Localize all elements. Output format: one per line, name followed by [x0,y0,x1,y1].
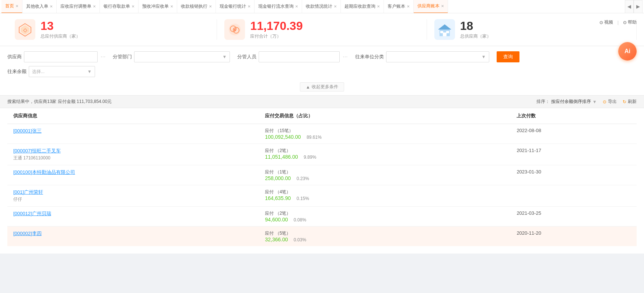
nav-tab-prepay-close[interactable]: ✕ [170,4,173,8]
nav-right-arrow[interactable]: ▶ [634,0,643,13]
summary-item-suppliers: ◇ 13 总应付供应商（家） [7,19,217,40]
nav-tab-other-income-close[interactable]: ✕ [50,4,53,8]
nav-tab-adjust-close[interactable]: ✕ [93,4,96,8]
table-row: [000001]张三 应付 （15笔） 100,092,540.00 89.61… [7,124,637,144]
amount-value[interactable]: 258,000.00 [265,175,291,181]
nav-tab-verify[interactable]: 收款核销执行 ✕ [177,0,216,13]
ai-button[interactable]: Ai [618,42,637,61]
amount-info: 11,170.39 应付合计（万） [250,20,302,39]
amount-value[interactable]: 32,366.00 [265,237,288,242]
refresh-icon: ↻ [623,99,626,104]
query-button[interactable]: 查询 [497,51,519,62]
supplier-dots[interactable]: ··· [101,54,105,60]
nav-tab-verify-label: 收款核销执行 [181,3,207,10]
amount-value[interactable]: 100,092,540.00 [265,134,301,140]
all-suppliers-info: 18 总供应商（家） [460,20,491,39]
total-all-suppliers-number: 18 [460,20,491,32]
total-suppliers-label: 总应付供应商（家） [41,33,80,39]
dept-select[interactable]: ▼ [134,51,230,62]
nav-tab-customer-book-close[interactable]: ✕ [407,4,410,8]
category-select[interactable]: ▼ [386,51,489,62]
nav-tab-home-label: 首页 [5,3,14,9]
tx-pct: 0.15% [292,196,309,201]
table-row: [000012]广州贝瑞 应付 （2笔） 94,600.00 0.08% 202… [7,207,637,227]
person-dots[interactable]: ··· [343,54,347,60]
nav-tab-overdue-label: 超期应收款查询 [344,3,375,10]
help-link[interactable]: ⊙ 帮助 [623,19,637,25]
supplier-link[interactable]: [000002]李四 [13,231,42,236]
nav-tab-cash-stat-close[interactable]: ✕ [248,4,251,8]
tx-count: （15笔） [275,128,293,133]
tx-label: 应付 [265,169,274,175]
tx-pct: 9.89% [299,155,316,160]
last-pay-date: 2023-01-30 [517,169,541,175]
amount-value[interactable]: 11,051,486.00 [265,154,298,160]
filter-supplier: 供应商 ··· [7,51,105,62]
nav-tab-bank[interactable]: 银行存取款单 ✕ [100,0,139,13]
last-pay-cell: 2023-01-30 [511,165,637,185]
tx-count: （2笔） [275,211,291,216]
export-button[interactable]: ⊙ 导出 [603,99,617,105]
nav-tab-cash-query-label: 现金银行流水查询 [258,3,294,10]
supplier-link[interactable]: [000100]本特勤油品有限公司 [13,169,75,175]
nav-tab-recv-stat[interactable]: 收款情况统计 ✕ [302,0,341,13]
nav-tab-overdue-close[interactable]: ✕ [377,4,380,8]
balance-select[interactable]: 选择... ▼ [29,66,95,77]
video-link[interactable]: ⊙ 视频 [599,19,613,25]
last-pay-cell: 2020-11-20 [511,227,637,247]
tx-count: （2笔） [275,148,291,153]
nav-tab-adjust-label: 应收应付调整单 [60,3,91,10]
amount-value[interactable]: 94,600.00 [265,217,288,223]
tx-label: 应付 [265,148,274,153]
collapse-button[interactable]: ▲ 收起更多条件 [300,82,344,92]
svg-text:◇: ◇ [23,27,27,33]
tx-cell: 应付 （5笔） 32,366.00 0.03% [259,227,511,247]
nav-tab-customer-book[interactable]: 客户账本 ✕ [384,0,414,13]
nav-tab-overdue[interactable]: 超期应收款查询 ✕ [341,0,384,13]
supplier-link[interactable]: [001]广州荣轩 [13,189,43,195]
supplier-link[interactable]: [000007]恒旺二手叉车 [13,148,61,154]
amount-value[interactable]: 164,635.90 [265,195,291,201]
nav-tab-supplier-book-label: 供应商账本 [417,3,440,9]
supplier-sub-info: 王通 17106110000 [13,155,253,161]
total-all-suppliers-label: 总供应商（家） [460,33,491,39]
nav-tab-verify-close[interactable]: ✕ [209,4,212,8]
nav-tab-supplier-book-close[interactable]: ✕ [441,4,444,8]
supplier-cell: [000100]本特勤油品有限公司 [7,165,259,185]
total-suppliers-number: 13 [41,20,80,32]
diamond-icon: ◇ [15,19,35,40]
last-pay-cell: 2021-11-17 [511,144,637,165]
nav-tab-home[interactable]: 首页 ✕ [1,0,22,13]
nav-tab-adjust[interactable]: 应收应付调整单 ✕ [57,0,100,13]
svg-rect-11 [446,31,449,33]
supplier-cell: [001]广州荣轩仔仔 [7,185,259,207]
nav-tab-other-income[interactable]: 其他收入单 ✕ [22,0,57,13]
filter-row-2: 往来余额 选择... ▼ [7,66,637,77]
nav-tab-bank-label: 银行存取款单 [104,3,130,10]
supplier-label: 供应商 [7,54,22,60]
nav-tab-prepay[interactable]: 预收冲应收单 ✕ [139,0,177,13]
person-input[interactable] [259,51,340,62]
nav-tab-recv-stat-close[interactable]: ✕ [334,4,337,8]
tx-label: 应付 [265,128,274,133]
sort-value[interactable]: 按应付余额倒序排序 [551,99,591,105]
supplier-input[interactable] [24,51,98,62]
nav-tab-home-close[interactable]: ✕ [15,4,18,8]
th-tx-info: 应付交易信息（占比） [259,108,511,124]
nav-tab-cash-query[interactable]: 现金银行流水查询 ✕ [255,0,302,13]
tx-label: 应付 [265,231,274,236]
th-last-pay: 上次付数 [511,108,637,124]
filter-balance: 往来余额 选择... ▼ [7,66,95,77]
svg-rect-10 [440,31,443,33]
refresh-button[interactable]: ↻ 刷新 [623,99,637,105]
nav-tab-supplier-book[interactable]: 供应商账本 ✕ [414,0,448,13]
filter-dept: 分管部门 ▼ [113,51,230,62]
nav-left-arrow[interactable]: ◀ [625,0,634,13]
table-row: [000002]李四 应付 （5笔） 32,366.00 0.03% 2020-… [7,227,637,247]
nav-tab-cash-stat[interactable]: 现金银行统计 ✕ [216,0,255,13]
nav-tab-cash-query-close[interactable]: ✕ [295,4,298,8]
nav-tab-bank-close[interactable]: ✕ [132,4,134,8]
supplier-link[interactable]: [000001]张三 [13,128,42,134]
data-table: 供应商信息 应付交易信息（占比） 上次付数 [000001]张三 应付 （15笔… [7,108,637,246]
supplier-link[interactable]: [000012]广州贝瑞 [13,211,51,216]
